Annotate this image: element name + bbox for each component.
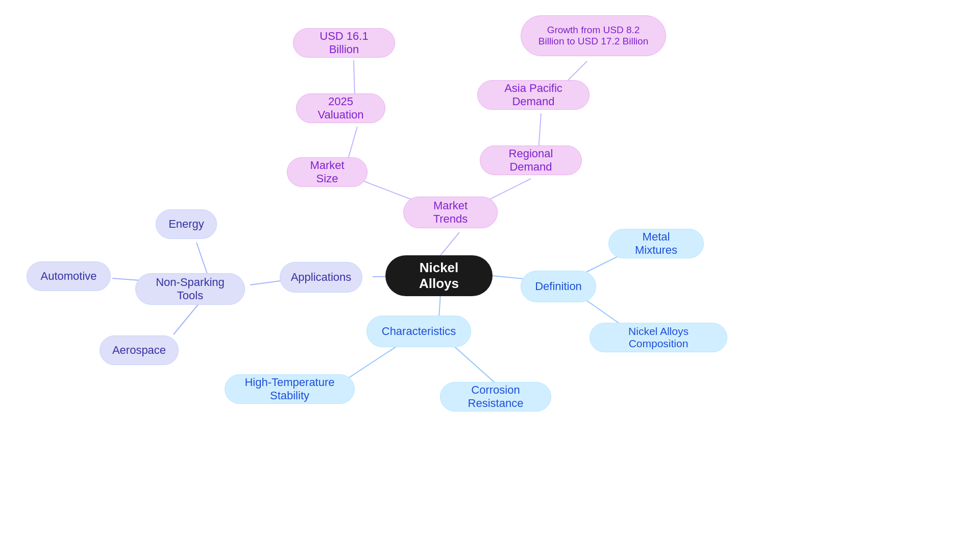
nickel-alloys-center[interactable]: Nickel Alloys [385,255,493,296]
svg-line-3 [354,60,355,99]
regional-demand-node[interactable]: Regional Demand [480,146,582,175]
automotive-node[interactable]: Automotive [27,261,111,291]
growth-node[interactable]: Growth from USD 8.2 Billion to USD 17.2 … [521,15,666,56]
market-size-node[interactable]: Market Size [287,157,368,187]
non-sparking-tools-node[interactable]: Non-Sparking Tools [135,273,245,305]
applications-node[interactable]: Applications [280,262,362,293]
characteristics-node[interactable]: Characteristics [366,316,471,347]
aerospace-node[interactable]: Aerospace [100,335,179,365]
valuation-2025-node[interactable]: 2025 Valuation [296,93,385,123]
asia-pacific-node[interactable]: Asia Pacific Demand [477,80,590,110]
high-temp-node[interactable]: High-Temperature Stability [225,374,355,404]
nickel-alloys-comp-node[interactable]: Nickel Alloys Composition [590,323,727,352]
usd-16-node[interactable]: USD 16.1 Billion [293,28,395,58]
energy-node[interactable]: Energy [156,209,217,239]
svg-line-0 [440,232,459,255]
metal-mixtures-node[interactable]: Metal Mixtures [608,229,704,258]
market-trends-node[interactable]: Market Trends [403,197,498,228]
svg-line-12 [439,294,440,318]
corrosion-node[interactable]: Corrosion Resistance [440,382,551,412]
definition-node[interactable]: Definition [521,271,596,302]
